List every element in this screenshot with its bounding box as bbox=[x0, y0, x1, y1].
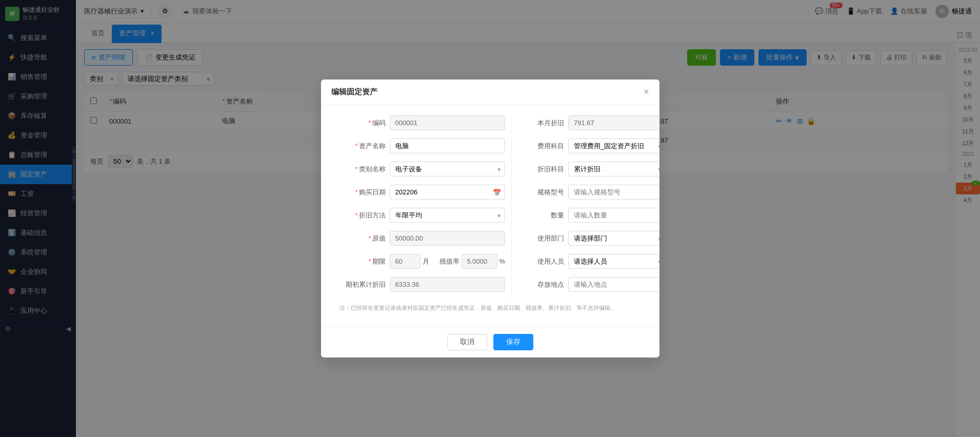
form-row-purchase-date: *购买日期 📅 bbox=[339, 185, 506, 200]
user-select[interactable]: 请选择人员 bbox=[568, 254, 659, 269]
modal-footer: 取消 保存 bbox=[321, 326, 659, 357]
dep-subject-select[interactable]: 累计折旧 bbox=[568, 162, 659, 176]
form-row-initial-depreciation: 期初累计折旧 bbox=[339, 277, 506, 292]
monthly-depreciation-input bbox=[568, 115, 659, 130]
quantity-input[interactable] bbox=[568, 208, 659, 223]
form-row-expense-subject: 费用科目 管理费用_固定资产折旧 bbox=[518, 138, 659, 153]
form-row-department: 使用部门 请选择部门 bbox=[518, 231, 659, 246]
form-row-period: *期限 月 残值率 % bbox=[339, 254, 506, 269]
period-unit-wrap: 月 残值率 % bbox=[390, 254, 506, 269]
purchase-date-input[interactable] bbox=[390, 185, 506, 200]
category-select[interactable]: 电子设备 bbox=[390, 162, 506, 176]
depreciation-method-select[interactable]: 年限平均 bbox=[390, 208, 506, 223]
modal-body: *编码 *资产名称 *类别名称 电子设备 bbox=[321, 105, 659, 326]
modal-header: 编辑固定资产 × bbox=[321, 80, 659, 105]
expense-subject-wrap: 管理费用_固定资产折旧 bbox=[568, 138, 659, 153]
modal-title: 编辑固定资产 bbox=[331, 87, 377, 97]
user-wrap: 请选择人员 bbox=[568, 254, 659, 269]
form-row-quantity: 数量 bbox=[518, 208, 659, 223]
form-row-monthly-dep: 本月折旧 bbox=[518, 115, 659, 130]
save-button[interactable]: 保存 bbox=[493, 334, 533, 350]
residual-rate-input[interactable] bbox=[462, 254, 497, 269]
purchase-date-wrap: 📅 bbox=[390, 185, 506, 200]
dep-subject-wrap: 累计折旧 bbox=[568, 162, 659, 176]
department-select[interactable]: 请选择部门 bbox=[568, 231, 659, 246]
form-row-spec: 规格型号 bbox=[518, 185, 659, 200]
form-right-col: 本月折旧 费用科目 管理费用_固定资产折旧 折旧科目 bbox=[511, 115, 659, 300]
period-input[interactable] bbox=[390, 254, 421, 269]
form-row-name: *资产名称 bbox=[339, 138, 506, 153]
modal-close-btn[interactable]: × bbox=[644, 87, 649, 97]
modal-note: 注：已经存在变更记录或者对应固定资产已经生成凭证，原值、购买日期、残值率、累计折… bbox=[333, 300, 647, 316]
form-row-category: *类别名称 电子设备 bbox=[339, 162, 506, 176]
form-row-location: 存放地点 bbox=[518, 277, 659, 292]
category-select-wrap: 电子设备 bbox=[390, 162, 506, 176]
asset-name-input[interactable] bbox=[390, 138, 506, 153]
form-row-depreciation-method: *折旧方法 年限平均 bbox=[339, 208, 506, 223]
department-wrap: 请选择部门 bbox=[568, 231, 659, 246]
form-row-original-value: *原值 bbox=[339, 231, 506, 246]
calendar-icon[interactable]: 📅 bbox=[493, 188, 501, 196]
expense-subject-select[interactable]: 管理费用_固定资产折旧 bbox=[568, 138, 659, 153]
depreciation-method-wrap: 年限平均 bbox=[390, 208, 506, 223]
original-value-input[interactable] bbox=[390, 231, 506, 246]
initial-depreciation-input[interactable] bbox=[390, 277, 506, 292]
form-grid: *编码 *资产名称 *类别名称 电子设备 bbox=[333, 115, 647, 300]
code-input[interactable] bbox=[390, 115, 506, 130]
modal-overlay: 编辑固定资产 × *编码 *资产名称 *类别名称 bbox=[0, 0, 980, 437]
form-row-dep-subject: 折旧科目 累计折旧 bbox=[518, 162, 659, 176]
form-row-user: 使用人员 请选择人员 bbox=[518, 254, 659, 269]
spec-input[interactable] bbox=[568, 185, 659, 200]
edit-fixed-asset-modal: 编辑固定资产 × *编码 *资产名称 *类别名称 bbox=[321, 80, 659, 357]
location-input[interactable] bbox=[568, 277, 659, 292]
cancel-button[interactable]: 取消 bbox=[447, 334, 487, 350]
form-left-col: *编码 *资产名称 *类别名称 电子设备 bbox=[333, 115, 512, 300]
form-row-code: *编码 bbox=[339, 115, 506, 130]
